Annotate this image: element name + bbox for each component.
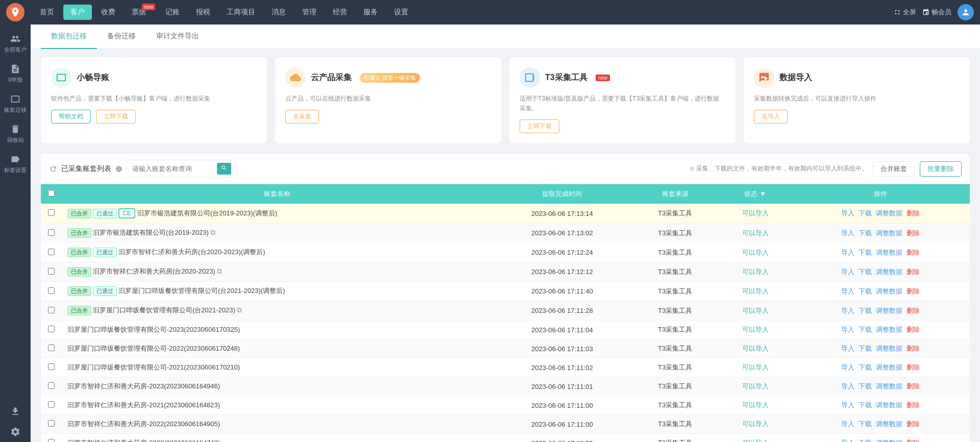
sidebar-item-all-customers[interactable]: 全部客户 (0, 29, 31, 59)
sidebar-item-tag[interactable]: 标签设置 (0, 149, 31, 179)
select-all-checkbox[interactable] (48, 190, 55, 197)
nav-manage[interactable]: 管理 (295, 5, 324, 20)
action-下载[interactable]: 下载 (859, 401, 872, 409)
action-下载[interactable]: 下载 (859, 307, 872, 314)
row-checkbox[interactable] (48, 287, 55, 294)
fullscreen-button[interactable]: 全屏 (894, 8, 916, 17)
action-调整数据[interactable]: 调整数据 (876, 287, 902, 295)
nav-operation[interactable]: 经营 (326, 5, 354, 20)
nav-customer[interactable]: 客户 (63, 5, 92, 20)
row-checkbox[interactable] (48, 345, 55, 351)
action-删除[interactable]: 删除 (906, 363, 920, 371)
action-调整数据[interactable]: 调整数据 (876, 229, 902, 237)
nav-fee[interactable]: 收费 (94, 5, 122, 20)
action-下载[interactable]: 下载 (859, 209, 872, 217)
action-导入[interactable]: 导入 (841, 439, 854, 442)
action-调整数据[interactable]: 调整数据 (876, 420, 902, 428)
action-删除[interactable]: 删除 (906, 287, 920, 295)
merge-button[interactable]: 合并账套 (873, 161, 915, 177)
row-checkbox[interactable] (48, 307, 55, 313)
action-调整数据[interactable]: 调整数据 (876, 307, 902, 314)
nav-industry[interactable]: 工商项目 (219, 5, 262, 20)
batch-delete-button[interactable]: 批量删除 (920, 161, 962, 177)
action-下载[interactable]: 下载 (859, 249, 872, 256)
action-导入[interactable]: 导入 (841, 307, 854, 314)
action-导入[interactable]: 导入 (841, 209, 854, 217)
action-导入[interactable]: 导入 (841, 420, 854, 428)
dataimport-import-btn[interactable]: 去导入 (754, 110, 788, 124)
action-调整数据[interactable]: 调整数据 (876, 363, 902, 371)
action-删除[interactable]: 删除 (906, 209, 920, 217)
xiaochang-download-btn[interactable]: 立即下载 (96, 110, 136, 124)
nav-bill[interactable]: 票据 new (125, 5, 156, 20)
row-checkbox[interactable] (48, 382, 55, 389)
action-调整数据[interactable]: 调整数据 (876, 345, 902, 352)
action-下载[interactable]: 下载 (859, 420, 872, 428)
action-导入[interactable]: 导入 (841, 401, 854, 409)
row-checkbox[interactable] (48, 268, 55, 275)
action-导入[interactable]: 导入 (841, 345, 854, 352)
action-下载[interactable]: 下载 (859, 345, 872, 352)
tab-data-migration[interactable]: 数据包迁移 (41, 24, 97, 49)
logo[interactable] (6, 3, 24, 21)
action-下载[interactable]: 下载 (859, 363, 872, 371)
row-copy-icon[interactable]: ⧉ (217, 267, 222, 275)
xiaochang-help-btn[interactable]: 帮助文档 (51, 110, 91, 124)
action-导入[interactable]: 导入 (841, 363, 854, 371)
action-调整数据[interactable]: 调整数据 (876, 439, 902, 442)
row-checkbox[interactable] (48, 249, 55, 255)
nav-tax[interactable]: 报税 (189, 5, 217, 20)
search-input[interactable] (132, 165, 214, 173)
action-调整数据[interactable]: 调整数据 (876, 326, 902, 333)
sidebar-item-zero-report[interactable]: 0申报 (0, 59, 31, 89)
refresh-icon[interactable] (49, 165, 57, 173)
action-删除[interactable]: 删除 (906, 229, 920, 237)
action-删除[interactable]: 删除 (906, 420, 920, 428)
nav-settings[interactable]: 设置 (387, 5, 415, 20)
action-删除[interactable]: 删除 (906, 249, 920, 256)
user-avatar[interactable] (958, 4, 974, 20)
action-导入[interactable]: 导入 (841, 287, 854, 295)
sidebar-item-recycle[interactable]: 回收站 (0, 119, 31, 149)
nav-message[interactable]: 消息 (264, 5, 293, 20)
action-导入[interactable]: 导入 (841, 382, 854, 390)
nav-service[interactable]: 服务 (356, 5, 385, 20)
row-checkbox[interactable] (48, 401, 55, 408)
row-checkbox[interactable] (48, 439, 55, 442)
search-button[interactable] (217, 163, 231, 175)
action-下载[interactable]: 下载 (859, 287, 872, 295)
action-调整数据[interactable]: 调整数据 (876, 382, 902, 390)
sidebar-item-download[interactable] (10, 401, 20, 422)
tab-backup-migration[interactable]: 备份迁移 (97, 24, 146, 49)
row-checkbox[interactable] (48, 209, 55, 216)
action-导入[interactable]: 导入 (841, 326, 854, 333)
sidebar-item-settings[interactable] (10, 422, 20, 442)
action-删除[interactable]: 删除 (906, 307, 920, 314)
action-删除[interactable]: 删除 (906, 401, 920, 409)
action-导入[interactable]: 导入 (841, 229, 854, 237)
action-下载[interactable]: 下载 (859, 326, 872, 333)
action-下载[interactable]: 下载 (859, 268, 872, 276)
action-下载[interactable]: 下载 (859, 439, 872, 442)
row-copy-icon[interactable]: ⧉ (237, 306, 242, 314)
nav-home[interactable]: 首页 (33, 5, 61, 20)
action-删除[interactable]: 删除 (906, 268, 920, 276)
tab-audit-export[interactable]: 审计文件导出 (146, 24, 209, 49)
action-删除[interactable]: 删除 (906, 326, 920, 333)
t3-download-btn[interactable]: 立即下载 (520, 119, 559, 133)
action-导入[interactable]: 导入 (841, 249, 854, 256)
member-button[interactable]: 畅会员 (922, 8, 951, 17)
action-下载[interactable]: 下载 (859, 382, 872, 390)
action-删除[interactable]: 删除 (906, 345, 920, 352)
action-导入[interactable]: 导入 (841, 268, 854, 276)
action-调整数据[interactable]: 调整数据 (876, 209, 902, 217)
row-checkbox[interactable] (48, 326, 55, 332)
row-copy-icon[interactable]: ⧉ (210, 228, 215, 236)
nav-bookkeep[interactable]: 记账 (158, 5, 187, 20)
row-checkbox[interactable] (48, 229, 55, 236)
action-调整数据[interactable]: 调整数据 (876, 268, 902, 276)
action-调整数据[interactable]: 调整数据 (876, 401, 902, 409)
action-删除[interactable]: 删除 (906, 382, 920, 390)
row-checkbox[interactable] (48, 420, 55, 427)
action-调整数据[interactable]: 调整数据 (876, 249, 902, 256)
